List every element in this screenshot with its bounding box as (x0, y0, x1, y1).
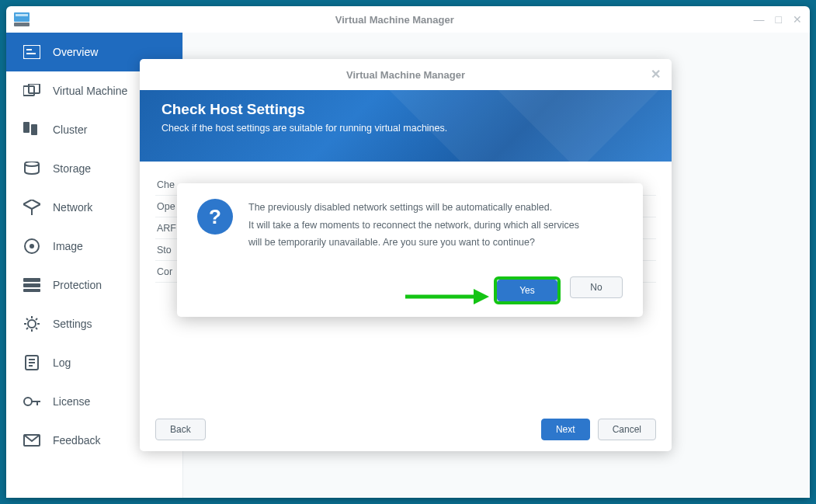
svg-line-24 (36, 328, 37, 329)
sidebar-item-label: License (53, 395, 90, 408)
app-icon (14, 12, 30, 26)
wizard-close-button[interactable]: ✕ (651, 67, 661, 82)
storage-icon (23, 160, 40, 177)
no-button[interactable]: No (570, 276, 623, 298)
svg-point-31 (24, 398, 32, 405)
cancel-button[interactable]: Cancel (598, 419, 656, 440)
back-button[interactable]: Back (155, 419, 206, 440)
sidebar-item-label: Overview (53, 46, 98, 58)
sidebar-item-label: Log (53, 356, 71, 369)
wizard-title: Virtual Machine Manager (346, 69, 465, 81)
svg-rect-0 (14, 12, 30, 22)
overview-icon (23, 43, 40, 61)
svg-line-26 (26, 328, 28, 329)
svg-rect-15 (23, 278, 40, 282)
confirm-message: The previously disabled network settings… (248, 199, 579, 252)
svg-marker-11 (23, 200, 40, 209)
yes-highlight: Yes (494, 276, 561, 304)
wizard-subheading: Check if the host settings are suitable … (161, 123, 650, 134)
next-button[interactable]: Next (541, 419, 590, 440)
svg-line-25 (36, 318, 37, 320)
svg-line-23 (26, 318, 28, 320)
log-icon (23, 354, 40, 371)
gear-icon (23, 315, 40, 332)
annotation-arrow (405, 287, 491, 306)
sidebar-item-label: Settings (53, 318, 92, 330)
protection-icon (23, 276, 40, 294)
sidebar-item-label: Feedback (53, 434, 100, 447)
key-icon (23, 393, 40, 410)
sidebar-item-label: Virtual Machine (53, 85, 127, 97)
minimize-button[interactable]: — (754, 13, 765, 26)
sidebar-item-label: Storage (53, 162, 91, 175)
cluster-icon (23, 121, 40, 138)
sidebar-item-label: Protection (53, 279, 102, 291)
svg-rect-16 (23, 283, 40, 287)
sidebar-item-label: Network (53, 201, 92, 214)
network-icon (23, 199, 40, 216)
svg-rect-2 (14, 23, 30, 26)
sidebar-item-label: Image (53, 240, 83, 252)
svg-rect-17 (23, 289, 40, 292)
image-icon (23, 238, 40, 255)
svg-point-10 (25, 162, 39, 166)
svg-point-14 (30, 244, 34, 249)
svg-marker-36 (474, 289, 489, 304)
wizard-header: Check Host Settings Check if the host se… (140, 90, 672, 162)
vm-icon (23, 82, 40, 99)
sidebar-item-label: Cluster (53, 123, 87, 136)
svg-rect-5 (26, 53, 36, 54)
wizard-heading: Check Host Settings (161, 101, 650, 118)
maximize-button[interactable]: □ (776, 13, 782, 26)
question-icon: ? (197, 199, 233, 235)
svg-rect-3 (23, 45, 40, 59)
svg-rect-1 (16, 14, 28, 16)
titlebar: Virtual Machine Manager — □ ✕ (6, 6, 810, 33)
svg-rect-8 (23, 122, 30, 133)
envelope-icon (23, 432, 40, 449)
svg-point-18 (28, 320, 36, 328)
close-window-button[interactable]: ✕ (793, 13, 802, 26)
svg-rect-9 (31, 124, 37, 135)
svg-rect-4 (26, 49, 32, 50)
yes-button[interactable]: Yes (497, 280, 557, 301)
window-title: Virtual Machine Manager (36, 14, 754, 26)
